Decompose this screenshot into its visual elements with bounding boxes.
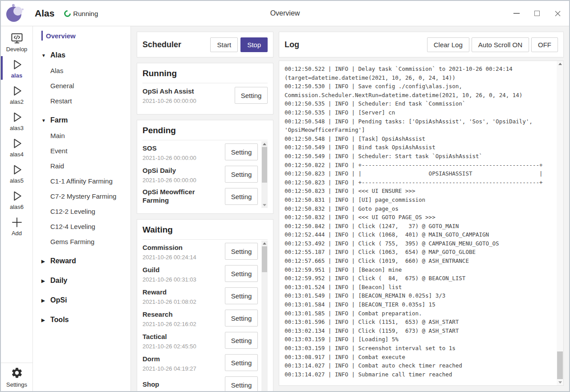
- setting-button[interactable]: Setting: [235, 87, 268, 104]
- log-line: 00:12:50.530 | INFO | Save config ./conf…: [285, 82, 551, 91]
- nav-item-label: Farm: [50, 116, 68, 124]
- task-row: Guild 2021-10-26 00:31:03 Setting: [142, 263, 258, 285]
- task-name: Tactical: [142, 332, 214, 341]
- logo-dot: [12, 4, 15, 7]
- gear-icon: [11, 367, 23, 381]
- tasks-column: Scheduler Start Stop Running OpSi Ash As…: [131, 26, 277, 391]
- setting-button[interactable]: Setting: [225, 376, 258, 391]
- auto-scroll-off-button[interactable]: OFF: [531, 37, 558, 52]
- setting-button[interactable]: Setting: [225, 143, 258, 160]
- profile-item[interactable]: Add: [1, 212, 33, 239]
- log-line: 00:12:57.665 | INFO | Click (1019, 660) …: [285, 257, 551, 265]
- scrollbar-thumb[interactable]: [557, 351, 563, 379]
- setting-button[interactable]: Setting: [225, 166, 258, 183]
- nav-item-label: OpSi: [50, 296, 67, 304]
- scroll-up-icon[interactable]: [557, 61, 563, 67]
- profile-item[interactable]: alas2: [1, 81, 33, 107]
- nav-item[interactable]: General: [41, 78, 130, 93]
- profile-item[interactable]: alas3: [1, 107, 33, 134]
- nav-item-label: C7-2 Mystery Farming: [50, 192, 116, 200]
- task-name: Guild: [142, 265, 214, 274]
- setting-button[interactable]: Setting: [225, 332, 258, 349]
- log-scrollbar[interactable]: [557, 61, 563, 385]
- log-line: 00:13:14.027 | INFO | Combat auto check …: [285, 361, 551, 370]
- profile-item-label: alas6: [10, 204, 24, 210]
- log-line: 'OpsiMeowfficerFarming']: [285, 126, 551, 135]
- running-card: Running OpSi Ash Assist 2021-10-26 00:00…: [137, 63, 273, 114]
- play-icon: [10, 110, 24, 124]
- profile-item[interactable]: Develop: [1, 29, 33, 55]
- log-line: 00:12:50.535 | INFO | Scheduler: End tas…: [285, 99, 551, 108]
- nav-item[interactable]: ▶ Reward: [41, 253, 130, 269]
- setting-button[interactable]: Setting: [225, 265, 258, 282]
- app-logo: [6, 4, 24, 23]
- nav-item[interactable]: Raid: [41, 158, 130, 173]
- titlebar: Alas Running Overview: [1, 1, 569, 26]
- stop-button[interactable]: Stop: [240, 37, 268, 52]
- auto-scroll-on-button[interactable]: Auto Scroll ON: [472, 37, 529, 52]
- task-name: OpSi Daily: [142, 166, 214, 175]
- nav-item[interactable]: C7-2 Mystery Farming: [41, 188, 130, 204]
- nav-item[interactable]: ▼ Farm: [41, 113, 130, 128]
- nav-item[interactable]: ▶ Daily: [41, 273, 130, 288]
- nav-item[interactable]: Restart: [41, 93, 130, 108]
- setting-button[interactable]: Setting: [225, 188, 258, 205]
- log-line: 00:13:03.159 | INFO | Screenshot interva…: [285, 344, 551, 353]
- task-next-run-time: 2021-10-26 01:08:02: [142, 298, 225, 305]
- setting-button[interactable]: Setting: [225, 287, 258, 304]
- clear-log-button[interactable]: Clear Log: [427, 37, 469, 52]
- nav-item[interactable]: ▼ Alas: [41, 48, 130, 63]
- log-line: 00:13:01.584 | INFO | [BEACON_TIER 0.035…: [285, 300, 551, 309]
- scroll-down-icon[interactable]: [557, 380, 563, 385]
- pending-scrollbar[interactable]: [261, 141, 268, 208]
- scrollbar-thumb[interactable]: [262, 147, 267, 183]
- nav-item[interactable]: Alas: [41, 63, 130, 78]
- scroll-up-icon[interactable]: [261, 141, 268, 147]
- waiting-scrollbar[interactable]: [261, 241, 268, 391]
- minimize-icon[interactable]: [513, 10, 520, 17]
- play-icon: [10, 163, 24, 177]
- scrollbar-thumb[interactable]: [262, 246, 267, 272]
- profile-item-label: alas5: [10, 177, 24, 184]
- scroll-up-icon[interactable]: [261, 241, 268, 246]
- nav-item[interactable]: Event: [41, 143, 130, 158]
- nav-item[interactable]: Main: [41, 128, 130, 143]
- scroll-down-icon[interactable]: [261, 391, 268, 391]
- nav-item[interactable]: C1-1 Affinity Farming: [41, 173, 130, 188]
- settings-button[interactable]: Settings: [1, 363, 33, 391]
- pending-title: Pending: [142, 126, 268, 140]
- section-arrow-icon: ▶: [41, 259, 50, 264]
- nav-item[interactable]: ▶ Tools: [41, 312, 130, 327]
- profile-item[interactable]: alas4: [1, 134, 33, 160]
- scroll-down-icon[interactable]: [261, 202, 268, 208]
- setting-button[interactable]: Setting: [225, 310, 258, 327]
- log-title: Log: [285, 40, 299, 49]
- setting-button[interactable]: Setting: [225, 354, 258, 371]
- profile-item[interactable]: alas5: [1, 160, 33, 186]
- nav-item[interactable]: C12-2 Leveling: [41, 204, 130, 219]
- nav-item-label: Tools: [50, 316, 69, 324]
- nav-item[interactable]: ▶ OpSi: [41, 293, 130, 308]
- nav-item[interactable]: Gems Farming: [41, 234, 130, 249]
- maximize-icon[interactable]: [533, 10, 541, 17]
- window-controls: [513, 10, 569, 17]
- close-icon[interactable]: [554, 10, 561, 17]
- start-button[interactable]: Start: [210, 37, 238, 52]
- nav-item[interactable]: Overview: [41, 28, 130, 43]
- profile-item[interactable]: alas6: [1, 186, 33, 212]
- profile-item[interactable]: alas: [1, 55, 33, 81]
- log-line: (target=datetime.datetime(2021, 10, 26, …: [285, 74, 551, 82]
- nav-item-label: Gems Farming: [50, 238, 94, 245]
- task-next-run-time: 2021-10-26 00:00:00: [142, 177, 225, 184]
- log-line: 00:13:08.917 | INFO | Combat execute: [285, 353, 551, 362]
- section-arrow-icon: ▼: [41, 118, 50, 123]
- log-line: 00:13:02.134 | INFO | Click (1159, 673) …: [285, 327, 551, 335]
- profile-item-label: alas3: [10, 125, 24, 131]
- nav-item[interactable]: C12-4 Leveling: [41, 219, 130, 234]
- waiting-card: Waiting Commission 2021-10-26 00:24:14 S…: [137, 219, 273, 391]
- scheduler-title: Scheduler: [142, 40, 181, 49]
- task-next-run-time: 2021-10-26 00:00:00: [142, 155, 225, 161]
- setting-button[interactable]: Setting: [225, 243, 258, 260]
- task-name: SOS: [142, 144, 214, 152]
- nav-item-label: Daily: [50, 277, 67, 285]
